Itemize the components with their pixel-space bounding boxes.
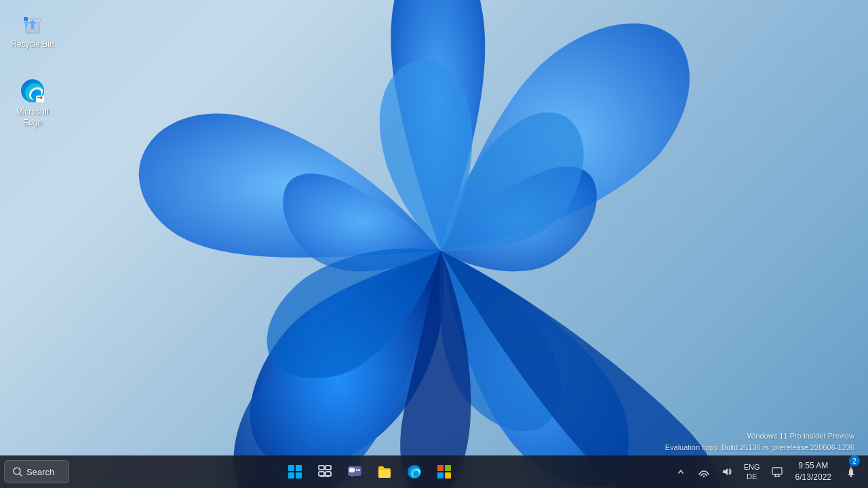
show-hidden-icons-button[interactable] bbox=[671, 462, 691, 482]
svg-rect-7 bbox=[36, 96, 44, 102]
edge-taskbar-button[interactable] bbox=[401, 458, 428, 485]
svg-rect-29 bbox=[772, 468, 782, 474]
svg-rect-18 bbox=[320, 476, 330, 477]
svg-rect-13 bbox=[296, 472, 302, 479]
svg-rect-3 bbox=[30, 18, 35, 20]
network-button[interactable] bbox=[694, 462, 714, 482]
recycle-bin-icon[interactable]: ↑ Recycle Bin bbox=[5, 7, 60, 53]
svg-rect-20 bbox=[349, 468, 355, 472]
chevron-up-icon bbox=[677, 468, 684, 476]
lang-line1: ENG bbox=[744, 462, 760, 472]
taskbar-center bbox=[69, 458, 671, 485]
store-icon bbox=[437, 464, 452, 479]
notification-button[interactable]: 2 bbox=[840, 458, 863, 485]
svg-rect-25 bbox=[445, 465, 451, 471]
svg-rect-10 bbox=[288, 465, 294, 471]
task-view-button[interactable] bbox=[311, 458, 338, 485]
svg-rect-15 bbox=[326, 466, 331, 470]
edge-desktop-label: Microsoft Edge bbox=[8, 107, 57, 128]
svg-rect-34 bbox=[851, 466, 852, 468]
search-label: Search bbox=[26, 467, 54, 477]
search-button[interactable]: Search bbox=[4, 460, 69, 483]
language-button[interactable]: ENG DE bbox=[740, 461, 764, 483]
svg-rect-14 bbox=[319, 466, 324, 470]
svg-rect-24 bbox=[437, 465, 443, 471]
svg-text:↑: ↑ bbox=[24, 18, 26, 22]
svg-rect-16 bbox=[319, 472, 324, 476]
volume-icon bbox=[722, 466, 732, 477]
watermark: Windows 11 Pro Insider Preview Evaluatio… bbox=[665, 430, 854, 454]
file-explorer-icon bbox=[377, 464, 392, 479]
desktop: ↑ Recycle Bin bbox=[0, 0, 868, 488]
svg-rect-12 bbox=[288, 472, 294, 479]
clock-date: 6/13/2022 bbox=[795, 472, 831, 483]
display-button[interactable] bbox=[767, 462, 787, 482]
watermark-line2: Evaluation copy. Build 25136.rs_prerelea… bbox=[665, 442, 854, 454]
lang-line2: DE bbox=[747, 472, 757, 481]
notification-badge: 2 bbox=[849, 455, 860, 466]
chat-button[interactable] bbox=[341, 458, 368, 485]
edge-taskbar-icon bbox=[407, 464, 422, 479]
svg-point-21 bbox=[356, 469, 358, 471]
volume-button[interactable] bbox=[717, 462, 737, 482]
file-explorer-button[interactable] bbox=[371, 458, 398, 485]
store-button[interactable] bbox=[431, 458, 458, 485]
clock-area[interactable]: 9:55 AM 6/13/2022 bbox=[790, 459, 837, 485]
start-icon bbox=[288, 464, 302, 479]
display-icon bbox=[772, 466, 783, 477]
recycle-bin-label: Recycle Bin bbox=[11, 39, 54, 50]
wallpaper-bloom bbox=[102, 0, 780, 488]
recycle-bin-image: ↑ bbox=[19, 9, 46, 37]
svg-line-9 bbox=[20, 474, 22, 476]
edge-desktop-icon[interactable]: Microsoft Edge bbox=[5, 75, 60, 131]
network-icon bbox=[698, 466, 709, 477]
taskbar: Search bbox=[0, 455, 868, 488]
watermark-line1: Windows 11 Pro Insider Preview bbox=[665, 430, 854, 443]
chat-icon bbox=[347, 464, 362, 479]
system-tray: ENG DE 9:55 AM 6/13/2022 bbox=[671, 458, 868, 485]
svg-point-28 bbox=[703, 476, 705, 477]
start-button[interactable] bbox=[281, 458, 309, 485]
clock-time: 9:55 AM bbox=[798, 460, 828, 472]
svg-point-22 bbox=[358, 469, 360, 471]
edge-desktop-image bbox=[19, 77, 46, 104]
notification-icon bbox=[846, 466, 856, 477]
svg-rect-26 bbox=[437, 472, 443, 479]
svg-rect-27 bbox=[445, 472, 451, 479]
search-icon bbox=[13, 467, 22, 476]
task-view-icon bbox=[318, 465, 332, 479]
svg-rect-17 bbox=[326, 472, 331, 476]
svg-point-33 bbox=[850, 475, 852, 477]
svg-rect-11 bbox=[296, 465, 302, 471]
